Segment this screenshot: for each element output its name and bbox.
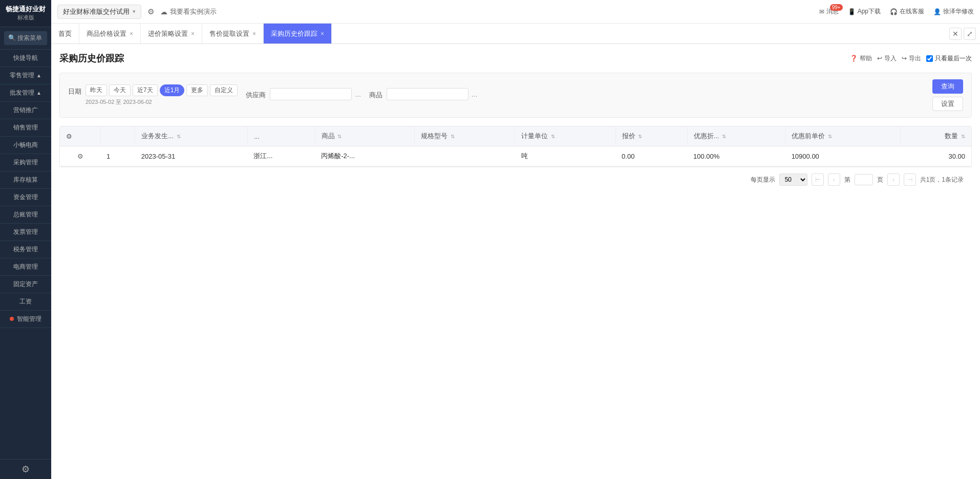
- row-discount: 100.00%: [687, 146, 785, 166]
- table-row: ⚙ 1 2023-05-31 浙江... 丙烯酸-2-... 吨 0.00 10…: [60, 146, 971, 166]
- page-input[interactable]: 1: [855, 174, 873, 185]
- help-button[interactable]: ❓ 帮助: [850, 54, 872, 63]
- app-download-button[interactable]: 📱 App下载: [848, 7, 881, 16]
- topbar-selector[interactable]: 好业财标准版交付试用 ▾: [57, 5, 141, 19]
- sidebar-item-marketing[interactable]: 营销推广: [0, 102, 51, 119]
- search-menu-button[interactable]: 🔍 搜索菜单: [4, 31, 47, 45]
- sidebar-item-ecom[interactable]: 电商管理: [0, 258, 51, 276]
- sidebar-item-sales[interactable]: 销售管理: [0, 119, 51, 137]
- tab-sale-price-close-icon[interactable]: ×: [252, 30, 256, 37]
- row-quote: 0.00: [615, 146, 687, 166]
- product-dots-button[interactable]: ...: [472, 90, 478, 98]
- tab-purchase-strategy-close-icon[interactable]: ×: [191, 30, 195, 37]
- app-icon: 📱: [848, 8, 856, 15]
- row-spec: [415, 146, 515, 166]
- supplier-input[interactable]: [270, 88, 352, 100]
- last-only-checkbox-label[interactable]: 只看最后一次: [926, 54, 972, 63]
- online-support-button[interactable]: 🎧 在线客服: [890, 7, 924, 16]
- date-filter-group: 日期 昨天 今天 近7天 近1月 更多 自定义 2023-05-02 至 202…: [68, 84, 238, 106]
- per-page-select[interactable]: 50 10 20 100: [779, 173, 807, 186]
- topbar-settings-icon[interactable]: ⚙: [147, 7, 154, 16]
- col-more[interactable]: ...: [247, 126, 315, 146]
- date-btn-more[interactable]: 更多: [186, 84, 208, 96]
- query-button[interactable]: 查询: [932, 79, 963, 94]
- sidebar-item-payroll[interactable]: 工资: [0, 293, 51, 311]
- sidebar-item-ecom-small[interactable]: 小畅电商: [0, 137, 51, 154]
- pagination-bar: 每页显示 50 10 20 100 ⊢ ‹ 第 1 页 › ⊣ 共1页，1条记录: [59, 167, 972, 192]
- col-product[interactable]: 商品 ⇅: [315, 126, 414, 146]
- import-icon: ↩: [877, 55, 882, 62]
- sidebar-item-wholesale[interactable]: 批发管理 ▲: [0, 84, 51, 102]
- tab-history-price-close-icon[interactable]: ×: [321, 30, 324, 37]
- row-supplier: 浙江...: [247, 146, 315, 166]
- tab-close-window-button[interactable]: ✕: [949, 28, 962, 40]
- pagination-prev-button[interactable]: ‹: [828, 173, 840, 186]
- content-area: 采购历史价跟踪 ❓ 帮助 ↩ 导入 ↪ 导出: [51, 44, 980, 479]
- col-discount[interactable]: 优惠折... ⇅: [687, 126, 785, 146]
- sidebar-item-smart[interactable]: 智能管理: [0, 311, 51, 328]
- page-container: 采购历史价跟踪 ❓ 帮助 ↩ 导入 ↪ 导出: [51, 44, 980, 479]
- filter-settings-button[interactable]: 设置: [932, 97, 963, 111]
- retail-expand-icon: ▲: [36, 73, 41, 78]
- date-btn-yesterday[interactable]: 昨天: [86, 84, 107, 96]
- date-btn-today[interactable]: 今天: [109, 84, 131, 96]
- date-btn-last1month[interactable]: 近1月: [160, 84, 185, 96]
- sidebar-item-finance[interactable]: 资金管理: [0, 189, 51, 206]
- topbar-right: ✉ 消息 99+ 📱 App下载 🎧 在线客服 👤 徐泽华修改: [819, 7, 974, 16]
- topbar-demo[interactable]: ☁ 我要看实例演示: [160, 7, 217, 16]
- sidebar-item-retail[interactable]: 零售管理 ▲: [0, 67, 51, 84]
- date-btn-last7[interactable]: 近7天: [133, 84, 158, 96]
- sidebar-item-quick-nav[interactable]: 快捷导航: [0, 50, 51, 67]
- logo-title: 畅捷通好业财: [6, 5, 46, 14]
- product-input[interactable]: [387, 88, 468, 100]
- user-profile-button[interactable]: 👤 徐泽华修改: [933, 7, 974, 16]
- sidebar-item-invoice[interactable]: 发票管理: [0, 224, 51, 241]
- pagination-last-button[interactable]: ⊣: [904, 173, 916, 186]
- sidebar-item-purchase[interactable]: 采购管理: [0, 154, 51, 171]
- tab-home[interactable]: 首页: [51, 24, 79, 43]
- col-spec[interactable]: 规格型号 ⇅: [415, 126, 515, 146]
- sidebar-item-tax[interactable]: 税务管理: [0, 241, 51, 258]
- page-label: 第: [844, 176, 850, 184]
- message-icon: ✉: [819, 8, 824, 15]
- product-filter-label: 商品: [369, 88, 382, 102]
- per-page-label: 每页显示: [751, 176, 775, 184]
- col-quote[interactable]: 报价 ⇅: [615, 126, 687, 146]
- sort-unit-icon: ⇅: [551, 134, 555, 139]
- col-seq: [100, 126, 135, 146]
- smart-indicator-dot: [10, 317, 14, 321]
- tab-price-close-icon[interactable]: ×: [130, 30, 133, 37]
- date-btn-custom[interactable]: 自定义: [210, 84, 238, 96]
- col-pre-discount[interactable]: 优惠前单价 ⇅: [785, 126, 900, 146]
- sidebar-item-inventory[interactable]: 库存核算: [0, 171, 51, 189]
- last-only-checkbox[interactable]: [926, 55, 933, 62]
- col-quantity[interactable]: 数量 ⇅: [900, 126, 971, 146]
- sidebar-item-assets[interactable]: 固定资产: [0, 276, 51, 293]
- sidebar-settings-icon[interactable]: ⚙: [0, 459, 51, 479]
- headset-icon: 🎧: [890, 8, 898, 15]
- import-button[interactable]: ↩ 导入: [877, 54, 897, 63]
- tab-purchase-strategy[interactable]: 进价策略设置 ×: [141, 24, 202, 43]
- row-pre-discount: 10900.00: [785, 146, 900, 166]
- row-gear-cell[interactable]: ⚙: [60, 146, 100, 166]
- data-table-container: ⚙ 业务发生... ⇅ ... 商品 ⇅: [59, 126, 972, 167]
- tab-history-price[interactable]: 采购历史价跟踪 ×: [264, 24, 332, 43]
- page-suffix: 页: [877, 176, 883, 184]
- supplier-dots-button[interactable]: ...: [355, 90, 361, 98]
- help-icon: ❓: [850, 55, 858, 62]
- pagination-next-button[interactable]: ›: [887, 173, 900, 186]
- date-filter-label: 日期: [68, 84, 81, 99]
- wholesale-expand-icon: ▲: [36, 90, 41, 96]
- sidebar-item-account[interactable]: 总账管理: [0, 206, 51, 224]
- export-button[interactable]: ↪ 导出: [902, 54, 921, 63]
- pagination-first-button[interactable]: ⊢: [812, 173, 824, 186]
- tab-maximize-button[interactable]: ⤢: [964, 28, 976, 40]
- tab-price[interactable]: 商品价格设置 ×: [79, 24, 141, 43]
- col-unit[interactable]: 计量单位 ⇅: [515, 126, 615, 146]
- messages-button[interactable]: ✉ 消息 99+: [819, 7, 839, 16]
- col-gear[interactable]: ⚙: [60, 126, 100, 146]
- message-badge: 99+: [830, 4, 843, 11]
- tab-sale-price[interactable]: 售价提取设置 ×: [202, 24, 264, 43]
- col-biz-date[interactable]: 业务发生... ⇅: [135, 126, 248, 146]
- supplier-filter-label: 供应商: [246, 88, 266, 102]
